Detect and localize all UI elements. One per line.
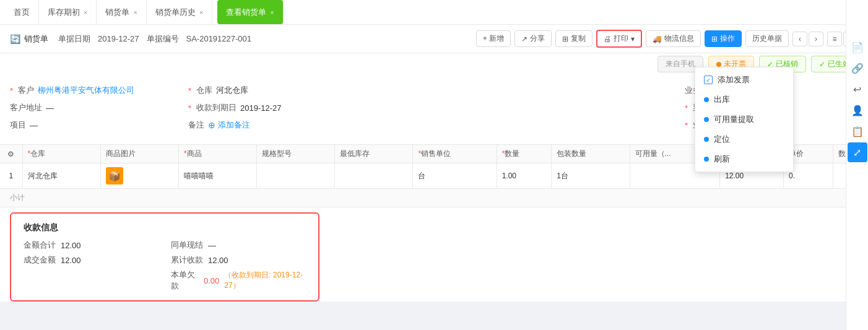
current-due-item: 本单欠款 0.00 （收款到期日: 2019-12-27） <box>171 269 306 292</box>
row-warehouse: 河北仓库 <box>22 163 100 189</box>
operate-button[interactable]: ⊞ 操作 <box>705 30 742 47</box>
logistics-button[interactable]: 🚚 物流信息 <box>646 30 701 47</box>
locate-label: 定位 <box>714 134 730 145</box>
total-amount-item: 金额合计 12.00 <box>24 240 158 251</box>
next-arrow[interactable]: › <box>809 32 823 46</box>
total-amount-label: 金额合计 <box>24 240 56 251</box>
cumulative-item: 累计收款 12.00 <box>171 254 306 266</box>
not-open-dot <box>716 62 721 67</box>
note-field: 备注 ⊕ 添加备注 <box>188 119 362 131</box>
effective-check: ✓ <box>819 60 825 69</box>
customer-value[interactable]: 柳州粤港平安气体有限公司 <box>38 85 134 96</box>
date-label: 单据日期 <box>58 33 90 45</box>
customer-field: * 客户 柳州粤港平安气体有限公司 <box>10 85 183 96</box>
same-order-value: — <box>208 241 216 250</box>
sidebar-expand-icon[interactable]: ⤢ <box>848 142 867 162</box>
dropdown-add-invoice[interactable]: ✓ 添加发票 <box>695 70 793 90</box>
right-sidebar: 📄 🔗 ↩ 👤 📋 ⤢ <box>846 0 868 306</box>
transaction-value: 12.00 <box>61 256 81 265</box>
tab-view-sales-label: 查看销货单 <box>226 7 266 18</box>
row-quantity: 1.00 <box>497 163 552 189</box>
due-note: （收款到期日: 2019-12-27） <box>224 270 306 291</box>
dropdown-available-pickup[interactable]: 可用量提取 <box>695 110 793 129</box>
ticket-required: * <box>685 103 688 113</box>
tab-view-sales[interactable]: 查看销货单 × <box>217 0 283 24</box>
subtotal-label: 小计 <box>0 189 868 207</box>
copy-label: 复制 <box>571 33 586 44</box>
copy-icon: ⊞ <box>562 35 568 43</box>
tab-history-close[interactable]: × <box>199 9 203 16</box>
share-icon: ↗ <box>521 35 527 43</box>
list-view-btn[interactable]: ≡ <box>827 32 842 46</box>
payment-box: 收款信息 金额合计 12.00 同单现结 — 成交金额 12.00 累计收款 1… <box>10 212 319 302</box>
add-note-btn[interactable]: ⊕ 添加备注 <box>208 119 250 131</box>
sidebar-return-icon[interactable]: ↩ <box>848 79 867 99</box>
row-spec <box>257 163 335 189</box>
prev-arrow[interactable]: ‹ <box>792 32 807 46</box>
print-button[interactable]: 🖨 打印 ▾ <box>596 30 642 48</box>
row-product-img: 📦 <box>100 163 178 189</box>
copy-button[interactable]: ⊞ 复制 <box>555 30 592 47</box>
sidebar-link-icon[interactable]: 🔗 <box>848 58 867 78</box>
logistics-label: 物流信息 <box>664 33 694 44</box>
tab-view-sales-close[interactable]: × <box>270 9 274 16</box>
tab-home-label: 首页 <box>14 7 30 18</box>
tab-inventory-init[interactable]: 库存期初 × <box>39 0 97 24</box>
transaction-label: 成交金额 <box>24 254 56 266</box>
payment-title: 收款信息 <box>24 222 306 233</box>
same-order-item: 同单现结 — <box>171 240 306 251</box>
tab-sales-order[interactable]: 销货单 × <box>97 0 146 24</box>
refresh-dot <box>704 157 709 162</box>
sp-required: * <box>685 121 688 130</box>
project-field: 项目 — <box>10 119 183 131</box>
current-due-label: 本单欠款 <box>171 269 199 292</box>
th-unit: *销售单位 <box>413 145 497 163</box>
th-warehouse: *仓库 <box>22 145 100 163</box>
print-arrow: ▾ <box>631 35 635 43</box>
customer-required: * <box>10 86 13 95</box>
history-label: 历史单据 <box>752 33 782 44</box>
doc-title: 🔄 销货单 <box>10 33 48 45</box>
note-label: 备注 <box>188 119 204 131</box>
dropdown-refresh[interactable]: 刷新 <box>695 149 793 169</box>
th-settings[interactable]: ⚙ <box>0 145 22 163</box>
dropdown-locate[interactable]: 定位 <box>695 129 793 149</box>
date-value: 2019-12-27 <box>98 34 139 43</box>
row-index: 1 <box>0 163 22 189</box>
operate-label: 操作 <box>720 33 735 44</box>
nav-arrows: ‹ › <box>792 32 823 46</box>
sidebar-user-icon[interactable]: 👤 <box>848 100 867 120</box>
tab-sales-close[interactable]: × <box>133 9 137 16</box>
sidebar-clipboard-icon[interactable]: 📋 <box>848 121 867 141</box>
share-label: 分享 <box>530 33 545 44</box>
due-date-required: * <box>188 103 191 113</box>
customer-label: 客户 <box>18 85 34 96</box>
tab-home[interactable]: 首页 <box>5 0 39 24</box>
dropdown-outbound[interactable]: 出库 <box>695 90 793 110</box>
add-invoice-label: 添加发票 <box>718 74 750 85</box>
tab-bar: 首页 库存期初 × 销货单 × 销货单历史 × 查看销货单 × × <box>0 0 868 25</box>
project-label: 项目 <box>10 119 26 131</box>
address-value: — <box>46 103 54 113</box>
tab-sales-label: 销货单 <box>105 7 129 18</box>
history-button[interactable]: 历史单据 <box>745 30 789 47</box>
new-button[interactable]: + 新增 <box>476 30 511 47</box>
print-label: 打印 <box>614 33 628 44</box>
th-min-stock: 最低库存 <box>335 145 413 163</box>
number-value: SA-20191227-001 <box>186 34 252 43</box>
doc-meta: 单据日期 2019-12-27 单据编号 SA-20191227-001 <box>58 33 254 45</box>
print-icon: 🖨 <box>604 35 611 43</box>
refresh-label: 刷新 <box>714 154 730 165</box>
same-order-label: 同单现结 <box>171 240 203 251</box>
operate-icon: ⊞ <box>711 35 718 43</box>
sidebar-doc-icon[interactable]: 📄 <box>848 37 867 57</box>
add-invoice-icon: ✓ <box>704 76 713 84</box>
share-button[interactable]: ↗ 分享 <box>514 30 552 47</box>
row-unit: 台 <box>413 163 497 189</box>
tab-inventory-close[interactable]: × <box>84 9 87 16</box>
transaction-item: 成交金额 12.00 <box>24 254 158 266</box>
address-field: 客户地址 — <box>10 102 183 113</box>
tab-sales-history[interactable]: 销货单历史 × <box>147 0 212 24</box>
th-quantity: *数量 <box>497 145 552 163</box>
due-date-value: 2019-12-27 <box>240 103 282 113</box>
